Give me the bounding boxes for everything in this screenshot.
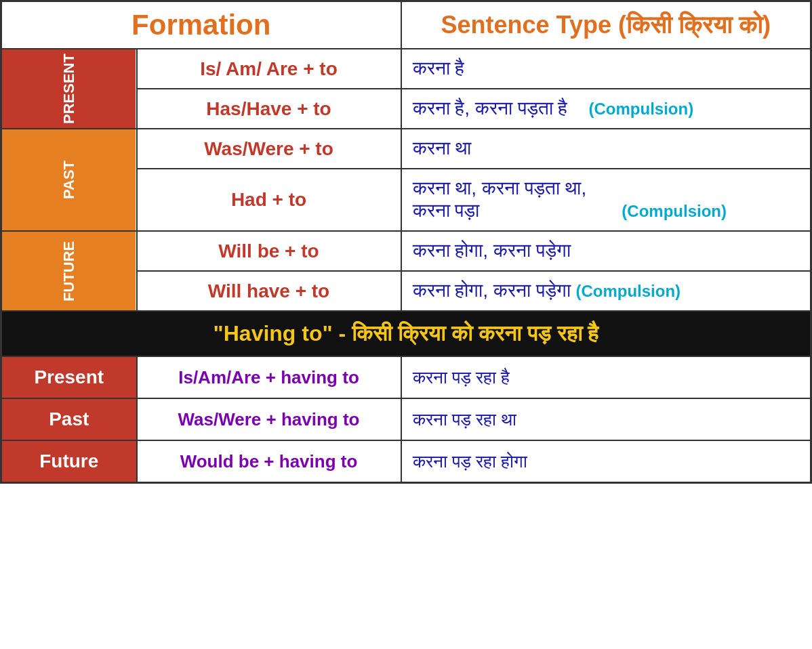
sentence-was-were: करना था — [401, 129, 811, 169]
bottom-present-label: Present — [1, 356, 137, 398]
having-to-banner: "Having to" - किसी क्रिया को करना पड़ रह… — [1, 311, 811, 356]
bottom-present-sentence: करना पड़ रहा है — [401, 356, 811, 398]
bottom-present-formation: Is/Am/Are + having to — [137, 356, 401, 398]
formation-header: Formation — [1, 1, 401, 49]
sentence-is-am-are: करना है — [401, 49, 811, 89]
formation-was-were: Was/Were + to — [137, 129, 401, 169]
past-label: PAST — [1, 129, 137, 231]
sentence-had: करना था, करना पड़ता था, करना पड़ा (Compu… — [401, 169, 811, 231]
bottom-future-label: Future — [1, 440, 137, 483]
present-label: PRESENT — [1, 49, 137, 129]
sentence-will-be: करना होगा, करना पड़ेगा — [401, 231, 811, 271]
sentence-type-header: Sentence Type (किसी क्रिया को) — [401, 1, 811, 49]
compulsion-future: (Compulsion) — [575, 282, 681, 300]
bottom-past-sentence: करना पड़ रहा था — [401, 398, 811, 440]
bottom-past-formation: Was/Were + having to — [137, 398, 401, 440]
compulsion-past: (Compulsion) — [622, 202, 727, 220]
sentence-will-have: करना होगा, करना पड़ेगा (Compulsion) — [401, 271, 811, 311]
formation-is-am-are: Is/ Am/ Are + to — [137, 49, 401, 89]
formation-will-have: Will have + to — [137, 271, 401, 311]
future-label: FUTURE — [1, 231, 137, 311]
compulsion-present: (Compulsion) — [589, 100, 694, 118]
formation-has-have: Has/Have + to — [137, 89, 401, 129]
formation-had: Had + to — [137, 169, 401, 231]
formation-will-be: Will be + to — [137, 231, 401, 271]
bottom-past-label: Past — [1, 398, 137, 440]
grammar-table: Formation Sentence Type (किसी क्रिया को)… — [0, 0, 812, 484]
sentence-has-have: करना है, करना पड़ता है (Compulsion) — [401, 89, 811, 129]
bottom-future-formation: Would be + having to — [137, 440, 401, 483]
bottom-future-sentence: करना पड़ रहा होगा — [401, 440, 811, 483]
